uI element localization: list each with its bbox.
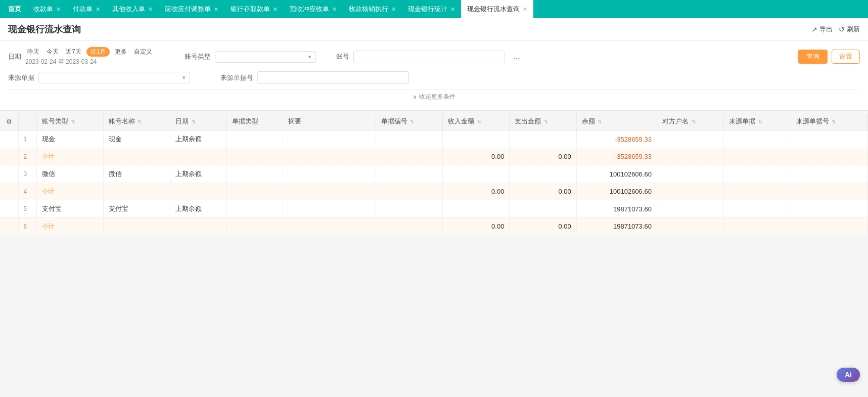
td-balance: 100102606.60 xyxy=(576,183,657,200)
td-doc-no xyxy=(376,130,442,148)
source-doc-no-input[interactable] xyxy=(257,71,409,84)
td-counterparty xyxy=(657,200,723,218)
td-account-name xyxy=(103,148,170,165)
th-income[interactable]: 收入金额 ⇅ xyxy=(443,113,510,130)
nav-tab-bank-deposit[interactable]: 银行存取款单 ✕ xyxy=(224,0,284,18)
close-icon[interactable]: ✕ xyxy=(523,6,527,13)
td-expense xyxy=(510,165,576,183)
nav-tab-home[interactable]: 首页 xyxy=(2,0,27,18)
account-type-select[interactable]: ▾ xyxy=(215,51,316,63)
td-account-type: 现金 xyxy=(36,130,103,148)
settings-button[interactable]: 设置 xyxy=(832,50,860,64)
filter-row-2: 来源单据 ▾ 来源单据号 xyxy=(8,71,860,84)
date-shortcut-today[interactable]: 今天 xyxy=(44,47,61,57)
nav-tab-collection-exec[interactable]: 收款核销执行 ✕ xyxy=(343,0,402,18)
th-source-doc-no[interactable]: 来源单据号 ⇅ xyxy=(791,113,867,130)
date-shortcut-month[interactable]: 近1月 xyxy=(86,47,110,57)
td-income: 0.00 xyxy=(443,183,510,200)
nav-tab-pre-offset[interactable]: 预收冲应收单 ✕ xyxy=(284,0,343,18)
refresh-button[interactable]: ↺ 刷新 xyxy=(839,25,860,34)
table-container: ⚙ 账号类型 ⇅ 账号名称 ⇅ 日期 ⇅ 单据类型 摘要 单据编号 ⇅ 收入金额… xyxy=(0,113,868,235)
date-shortcut-custom[interactable]: 自定义 xyxy=(132,47,154,57)
th-summary: 摘要 xyxy=(283,113,376,130)
source-doc-label: 来源单据 xyxy=(8,73,34,82)
account-input[interactable] xyxy=(353,51,505,63)
th-doc-no[interactable]: 单据编号 ⇅ xyxy=(376,113,442,130)
td-income xyxy=(443,130,510,148)
dots-button[interactable]: ... xyxy=(513,52,520,61)
th-account-type[interactable]: 账号类型 ⇅ xyxy=(36,113,103,130)
date-shortcut-yesterday[interactable]: 昨天 xyxy=(25,47,41,57)
th-date[interactable]: 日期 ⇅ xyxy=(170,113,227,130)
close-icon[interactable]: ✕ xyxy=(332,6,337,13)
table-header-row: ⚙ 账号类型 ⇅ 账号名称 ⇅ 日期 ⇅ 单据类型 摘要 单据编号 ⇅ 收入金额… xyxy=(0,113,868,130)
td-doc-type xyxy=(226,148,283,165)
td-doc-no xyxy=(376,200,442,218)
nav-tab-ar-adjust[interactable]: 应收应付调整单 ✕ xyxy=(159,0,224,18)
nav-tab-receipt[interactable]: 收款单 ✕ xyxy=(27,0,67,18)
td-date: 上期余额 xyxy=(170,200,227,218)
nav-tab-cash-bank-flow[interactable]: 现金银行流水查询 ✕ xyxy=(461,0,533,18)
th-balance[interactable]: 余额 ⇅ xyxy=(576,113,657,130)
data-table: ⚙ 账号类型 ⇅ 账号名称 ⇅ 日期 ⇅ 单据类型 摘要 单据编号 ⇅ 收入金额… xyxy=(0,113,868,235)
source-doc-select[interactable]: ▾ xyxy=(38,72,190,83)
date-label: 日期 xyxy=(8,52,21,61)
export-button[interactable]: ↗ 导出 xyxy=(811,25,833,34)
table-row[interactable]: 1 现金 现金 上期余额 -3528659.33 xyxy=(0,130,868,148)
nav-tab-other-income[interactable]: 其他收入单 ✕ xyxy=(106,0,159,18)
td-counterparty xyxy=(657,183,723,200)
td-source-doc xyxy=(724,148,791,165)
close-icon[interactable]: ✕ xyxy=(273,6,278,13)
chevron-up-icon: ∧ xyxy=(413,94,417,101)
refresh-label: 刷新 xyxy=(847,25,860,34)
export-icon: ↗ xyxy=(811,25,817,33)
close-icon[interactable]: ✕ xyxy=(214,6,218,13)
td-expense: 0.00 xyxy=(510,183,576,200)
td-date xyxy=(170,148,227,165)
close-icon[interactable]: ✕ xyxy=(148,6,153,13)
chevron-down-icon: ▾ xyxy=(182,74,186,81)
td-income: 0.00 xyxy=(443,218,510,235)
table-row[interactable]: 3 微信 微信 上期余额 100102606.60 xyxy=(0,165,868,183)
table-row[interactable]: 5 支付宝 支付宝 上期余额 19871073.60 xyxy=(0,200,868,218)
nav-tab-payment[interactable]: 付款单 ✕ xyxy=(67,0,106,18)
close-icon[interactable]: ✕ xyxy=(391,6,396,13)
td-account-name: 支付宝 xyxy=(103,200,170,218)
table-row[interactable]: 4 小计 0.00 0.00 100102606.60 xyxy=(0,183,868,200)
nav-payment-label: 付款单 xyxy=(73,5,93,14)
nav-pre-offset-label: 预收冲应收单 xyxy=(290,5,329,14)
nav-cash-bank-flow-label: 现金银行流水查询 xyxy=(467,5,520,14)
query-button[interactable]: 查询 xyxy=(798,50,828,64)
nav-receipt-label: 收款单 xyxy=(33,5,53,14)
th-counterparty[interactable]: 对方户名 ⇅ xyxy=(657,113,723,130)
date-shortcut-more[interactable]: 更多 xyxy=(113,47,129,57)
td-gear xyxy=(0,165,18,183)
collapse-bar[interactable]: ∧ 收起更多条件 xyxy=(8,89,860,104)
td-row-num: 5 xyxy=(18,200,36,218)
td-source-doc xyxy=(724,200,791,218)
date-shortcut-week[interactable]: 近7天 xyxy=(64,47,83,57)
nav-other-income-label: 其他收入单 xyxy=(112,5,145,14)
table-body: 1 现金 现金 上期余额 -3528659.33 2 小计 0.00 0.00 … xyxy=(0,130,868,235)
td-account-name: 微信 xyxy=(103,165,170,183)
td-source-doc-no xyxy=(791,130,867,148)
td-doc-type xyxy=(226,130,283,148)
th-source-doc[interactable]: 来源单据 ⇅ xyxy=(724,113,791,130)
table-row[interactable]: 6 小计 0.00 0.00 19871073.60 xyxy=(0,218,868,235)
close-icon[interactable]: ✕ xyxy=(56,6,61,13)
nav-collection-exec-label: 收款核销执行 xyxy=(349,5,388,14)
td-expense: 0.00 xyxy=(510,148,576,165)
account-label: 账号 xyxy=(336,52,349,61)
td-account-type: 小计 xyxy=(36,218,103,235)
th-account-name[interactable]: 账号名称 ⇅ xyxy=(103,113,170,130)
th-gear[interactable]: ⚙ xyxy=(0,113,18,130)
close-icon[interactable]: ✕ xyxy=(450,6,455,13)
td-doc-type xyxy=(226,218,283,235)
close-icon[interactable]: ✕ xyxy=(96,6,100,13)
page-title: 现金银行流水查询 xyxy=(8,23,81,35)
td-account-type: 支付宝 xyxy=(36,200,103,218)
table-row[interactable]: 2 小计 0.00 0.00 -3528659.33 xyxy=(0,148,868,165)
nav-tab-cash-bank-stat[interactable]: 现金银行统计 ✕ xyxy=(402,0,461,18)
th-expense[interactable]: 支出金额 ⇅ xyxy=(510,113,576,130)
td-expense xyxy=(510,200,576,218)
